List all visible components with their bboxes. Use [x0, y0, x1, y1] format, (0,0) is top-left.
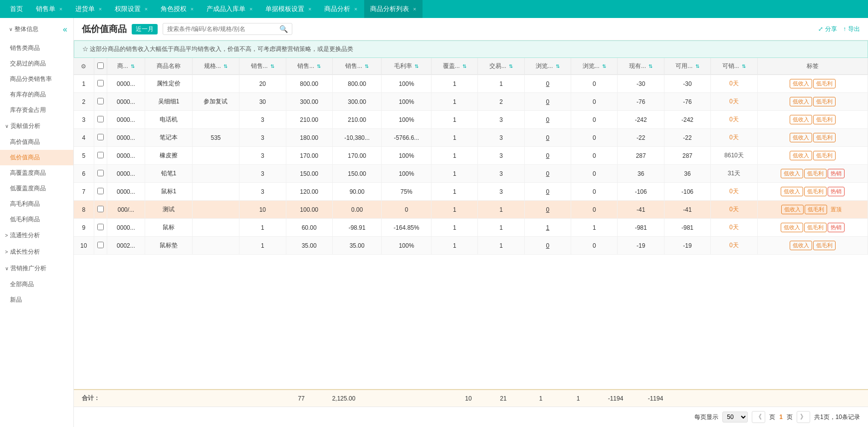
sidebar-item-category-sales-rate[interactable]: 商品分类销售率 — [0, 71, 73, 87]
row-spec-cell — [192, 75, 239, 93]
sidebar-item-traded-products[interactable]: 交易过的商品 — [0, 56, 73, 71]
row-checkbox[interactable] — [97, 242, 104, 248]
row-qty-cell: 10 — [239, 201, 286, 219]
col-available[interactable]: 可用... ⇅ — [664, 58, 710, 75]
sidebar-group-marketing[interactable]: ∨ 营销推广分析 — [0, 260, 73, 277]
browse1-link[interactable]: 1 — [546, 224, 550, 231]
nav-sales[interactable]: 销售单 × — [30, 0, 68, 18]
close-inbound-icon[interactable]: × — [249, 6, 252, 12]
row-browse2-cell: 0 — [571, 111, 618, 129]
next-page-btn[interactable]: 》 — [797, 411, 810, 423]
col-coverage[interactable]: 覆盖... ⇅ — [432, 58, 478, 75]
first-page-btn[interactable]: 《 — [752, 411, 765, 423]
row-checkbox[interactable] — [97, 152, 104, 158]
sidebar-group-overall[interactable]: ∨ 整体信息 — [4, 21, 43, 37]
row-gross-cell: -164.85% — [382, 219, 432, 237]
row-checkbox[interactable] — [97, 116, 104, 122]
share-button[interactable]: ⤢ 分享 — [818, 25, 837, 33]
row-stock-cell: 36 — [618, 165, 664, 183]
row-gross-cell: 100% — [382, 111, 432, 129]
export-button[interactable]: ↑ 导出 — [843, 25, 860, 33]
row-checkbox[interactable] — [97, 170, 104, 176]
browse1-link[interactable]: 0 — [546, 80, 550, 87]
col-code[interactable]: 商... ⇅ — [107, 58, 145, 75]
close-permissions-icon[interactable]: × — [145, 6, 148, 12]
sidebar-item-low-value[interactable]: 低价值商品 — [0, 150, 73, 165]
col-sales-amt[interactable]: 销售... ⇅ — [286, 58, 332, 75]
sidebar-group-growth[interactable]: > 成长性分析 — [0, 244, 73, 260]
nav-home[interactable]: 首页 — [4, 0, 29, 18]
row-available-cell: -981 — [664, 219, 710, 237]
sidebar-item-sales-products[interactable]: 销售类商品 — [0, 40, 73, 56]
nav-roles[interactable]: 角色授权 × — [155, 0, 200, 18]
nav-permissions[interactable]: 权限设置 × — [109, 0, 154, 18]
sidebar-item-new-products[interactable]: 新品 — [0, 292, 73, 308]
row-checkbox[interactable] — [97, 80, 104, 86]
nav-analysis-list[interactable]: 商品分析列表 × — [364, 0, 422, 18]
close-roles-icon[interactable]: × — [191, 6, 194, 12]
row-browse2-cell: 0 — [571, 129, 618, 147]
row-browse2-cell: 0 — [571, 165, 618, 183]
settings-icon[interactable]: ⚙ — [81, 63, 86, 70]
row-checkbox[interactable] — [97, 134, 104, 140]
search-input[interactable] — [167, 25, 279, 32]
sidebar-item-high-profit[interactable]: 高毛利商品 — [0, 196, 73, 212]
sidebar-item-high-value[interactable]: 高价值商品 — [0, 134, 73, 150]
sidebar-item-all-products[interactable]: 全部商品 — [0, 277, 73, 292]
close-analysis-list-icon[interactable]: × — [413, 6, 416, 12]
sidebar-group-circulation-label: 流通性分析 — [10, 231, 40, 240]
row-browse1-cell: 0 — [524, 183, 571, 201]
row-qty-cell: 1 — [239, 237, 286, 255]
col-stock[interactable]: 现有... ⇅ — [618, 58, 664, 75]
browse1-link[interactable]: 0 — [546, 116, 550, 123]
col-browse2[interactable]: 浏览... ⇅ — [571, 58, 618, 75]
nav-template[interactable]: 单据模板设置 × — [259, 0, 317, 18]
sidebar-group-contribution[interactable]: ∨ 贡献值分析 — [0, 118, 73, 134]
sort-code-icon: ⇅ — [131, 63, 135, 69]
browse1-link[interactable]: 0 — [546, 134, 550, 141]
row-checkbox[interactable] — [97, 206, 104, 212]
row-name-cell: 笔记本 — [145, 129, 192, 147]
row-trans-cell: 3 — [478, 147, 524, 165]
per-page-select[interactable]: 50 100 200 — [722, 412, 748, 423]
nav-product-inbound[interactable]: 产成品入库单 × — [201, 0, 258, 18]
browse1-link[interactable]: 0 — [546, 188, 550, 195]
col-gross-rate[interactable]: 毛利率 ⇅ — [382, 58, 432, 75]
col-sales-col3[interactable]: 销售... ⇅ — [332, 58, 382, 75]
row-checkbox[interactable] — [97, 98, 104, 104]
row-checkbox[interactable] — [97, 224, 104, 230]
col-browse1[interactable]: 浏览... ⇅ — [524, 58, 571, 75]
row-stock-cell: -981 — [618, 219, 664, 237]
close-analysis-icon[interactable]: × — [354, 6, 357, 12]
sidebar-item-low-profit[interactable]: 低毛利商品 — [0, 212, 73, 227]
search-icon[interactable]: 🔍 — [279, 25, 288, 33]
nav-product-analysis[interactable]: 商品分析 × — [318, 0, 363, 18]
browse1-link[interactable]: 0 — [546, 98, 550, 105]
browse1-link[interactable]: 0 — [546, 170, 550, 177]
arrow-circulation-icon: > — [5, 233, 8, 238]
sidebar-item-stocked-products[interactable]: 有库存的商品 — [0, 87, 73, 102]
sidebar-item-low-coverage[interactable]: 低覆盖度商品 — [0, 181, 73, 196]
row-checkbox[interactable] — [97, 188, 104, 194]
browse1-link[interactable]: 0 — [546, 152, 550, 159]
close-purchase-icon[interactable]: × — [99, 6, 102, 12]
period-badge[interactable]: 近一月 — [132, 24, 158, 34]
col-saleable[interactable]: 可销... ⇅ — [711, 58, 757, 75]
sidebar-group-overall-label: 整体信息 — [14, 25, 38, 33]
select-all-checkbox[interactable] — [97, 62, 104, 69]
col-spec[interactable]: 规格... ⇅ — [192, 58, 239, 75]
col-settings[interactable]: ⚙ — [74, 58, 94, 75]
sidebar-collapse-btn[interactable]: « — [61, 25, 69, 34]
close-sales-icon[interactable]: × — [59, 6, 62, 12]
close-template-icon[interactable]: × — [308, 6, 311, 12]
browse1-link[interactable]: 0 — [546, 242, 550, 249]
sidebar-group-circulation[interactable]: > 流通性分析 — [0, 227, 73, 244]
row-saleable-cell: 8610天 — [711, 147, 757, 165]
sidebar-item-stock-capital[interactable]: 库存资金占用 — [0, 102, 73, 118]
col-sales-qty[interactable]: 销售... ⇅ — [239, 58, 286, 75]
row-checkbox-cell — [94, 75, 107, 93]
nav-purchase[interactable]: 进货单 × — [69, 0, 108, 18]
col-transactions[interactable]: 交易... ⇅ — [478, 58, 524, 75]
sidebar-item-high-coverage[interactable]: 高覆盖度商品 — [0, 165, 73, 181]
browse1-link[interactable]: 0 — [546, 206, 550, 213]
